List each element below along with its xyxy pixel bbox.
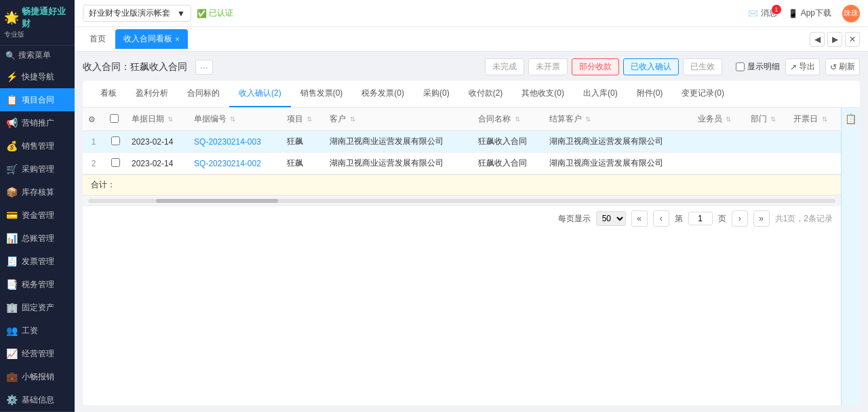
- message-badge: 1: [772, 5, 781, 14]
- tab-close-icon[interactable]: ×: [175, 35, 180, 44]
- sidebar-item-invoice[interactable]: 🧾 发票管理: [0, 250, 75, 273]
- sort-open-date-icon: ⇅: [822, 115, 827, 123]
- export-button[interactable]: ↗ 导出: [785, 58, 820, 75]
- nav-close-btn[interactable]: ✕: [845, 32, 860, 47]
- refresh-icon: ↺: [830, 62, 837, 72]
- show-detail-checkbox[interactable]: [736, 62, 745, 71]
- export-icon: ↗: [790, 62, 797, 72]
- sub-tab-income-confirm[interactable]: 收入确认(2): [229, 81, 291, 107]
- contract-header: 收入合同：狂飙收入合同 ··· 未完成 未开票 部分收款 已收入确认 已生效 显…: [83, 58, 860, 75]
- nav-next-btn[interactable]: ▶: [827, 32, 842, 47]
- col-project[interactable]: 项目 ⇅: [281, 108, 324, 131]
- sidebar-item-report[interactable]: 💼 小畅报销: [0, 365, 75, 388]
- sidebar-item-operation[interactable]: 📈 经营管理: [0, 342, 75, 365]
- sub-tab-warehouse[interactable]: 出入库(0): [574, 81, 627, 107]
- nav-prev-btn[interactable]: ◀: [810, 32, 825, 47]
- sidebar-item-general-ledger[interactable]: 📊 总账管理: [0, 227, 75, 250]
- purchase-icon: 🛒: [5, 163, 18, 175]
- status-uninvoiced[interactable]: 未开票: [528, 58, 568, 75]
- row-docno-1[interactable]: SQ-20230214-003: [189, 131, 281, 153]
- sidebar-search[interactable]: 🔍 搜索菜单: [0, 45, 75, 65]
- sidebar-item-inventory[interactable]: 📦 库存核算: [0, 181, 75, 204]
- sort-docno-icon: ⇅: [230, 115, 235, 123]
- more-button[interactable]: ···: [195, 60, 213, 75]
- row-docno-2[interactable]: SQ-20230214-002: [189, 153, 281, 174]
- col-open-date[interactable]: 开票日 ⇅: [788, 108, 841, 131]
- refresh-button[interactable]: ↺ 刷新: [825, 58, 860, 75]
- col-docno[interactable]: 单据编号 ⇅: [189, 108, 281, 131]
- sort-project-icon: ⇅: [307, 115, 312, 123]
- col-customer[interactable]: 客户 ⇅: [324, 108, 473, 131]
- inventory-icon: 📦: [5, 186, 18, 198]
- per-page-select[interactable]: 50: [596, 211, 626, 226]
- sidebar-item-quick-nav[interactable]: ⚡ 快捷导航: [0, 65, 75, 88]
- sidebar-item-basic-info[interactable]: ⚙️ 基础信息: [0, 388, 75, 411]
- sidebar: 🌟 畅捷通好业财 专业版 🔍 搜索菜单 ⚡ 快捷导航 📋 项目合同 📢 营销推广…: [0, 0, 75, 412]
- sub-tab-tax-invoice[interactable]: 税务发票(0): [352, 81, 414, 107]
- scroll-thumb[interactable]: [156, 199, 278, 203]
- table-row[interactable]: 1 2023-02-14 SQ-20230214-003 狂飙 湖南卫视商业运营…: [83, 131, 841, 153]
- sidebar-item-project-contract[interactable]: 📋 项目合同: [0, 88, 75, 111]
- sub-tab-profit[interactable]: 盈利分析: [126, 81, 178, 107]
- first-page-btn[interactable]: «: [631, 210, 648, 227]
- message-icon: ✉️: [748, 9, 758, 18]
- sidebar-item-purchase[interactable]: 🛒 采购管理: [0, 157, 75, 181]
- select-all-checkbox[interactable]: [110, 114, 119, 123]
- user-action[interactable]: 珠珠: [842, 5, 860, 22]
- main-card: 看板 盈利分析 合同标的 收入确认(2) 销售发票(0) 税务发票(0) 采购(…: [83, 81, 860, 405]
- tabbar: 首页 收入合同看板 × ◀ ▶ ✕: [75, 27, 868, 52]
- row-checkbox-2[interactable]: [104, 153, 126, 174]
- sort-date-icon: ⇅: [167, 115, 173, 123]
- sidebar-item-sales[interactable]: 💰 销售管理: [0, 134, 75, 157]
- page-number-input[interactable]: [688, 212, 713, 225]
- general-ledger-icon: 📊: [5, 232, 18, 244]
- sidebar-item-tax[interactable]: 📑 税务管理: [0, 273, 75, 296]
- status-incomplete[interactable]: 未完成: [485, 58, 524, 75]
- sub-tab-contract-standard[interactable]: 合同标的: [178, 81, 229, 107]
- show-detail-checkbox-label[interactable]: 显示明细: [736, 61, 780, 73]
- sidebar-item-marketing[interactable]: 📢 营销推广: [0, 111, 75, 134]
- sub-tab-payment[interactable]: 收付款(2): [459, 81, 513, 107]
- status-partial-collected[interactable]: 部分收款: [572, 58, 619, 75]
- row-open-date-2: [788, 153, 841, 174]
- col-department[interactable]: 部门 ⇅: [745, 108, 788, 131]
- sub-tab-overview[interactable]: 看板: [91, 81, 126, 107]
- table-row[interactable]: 2 2023-02-14 SQ-20230214-002 狂飙 湖南卫视商业运营…: [83, 153, 841, 174]
- sidebar-item-fixed-assets[interactable]: 🏢 固定资产: [0, 296, 75, 319]
- check-circle-icon: ✅: [197, 9, 207, 18]
- search-icon: 🔍: [5, 51, 16, 60]
- col-settlement-customer[interactable]: 结算客户 ⇅: [544, 108, 692, 131]
- sub-tab-sales-invoice[interactable]: 销售发票(0): [291, 81, 353, 107]
- tab-income-contract[interactable]: 收入合同看板 ×: [115, 29, 188, 49]
- sub-tab-other-income[interactable]: 其他收支(0): [512, 81, 574, 107]
- company-select[interactable]: 好业财专业版演示帐套 ▼: [83, 5, 191, 22]
- income-confirm-table: ⚙ 单据日期 ⇅ 单据编号: [83, 108, 841, 174]
- row-checkbox-1[interactable]: [104, 131, 126, 153]
- sidebar-item-funds[interactable]: 💳 资金管理: [0, 204, 75, 227]
- row-num-2: 2: [83, 153, 104, 174]
- col-date[interactable]: 单据日期 ⇅: [126, 108, 189, 131]
- sub-tab-purchase[interactable]: 采购(0): [414, 81, 459, 107]
- quick-nav-icon: ⚡: [5, 71, 18, 83]
- status-confirmed[interactable]: 已收入确认: [623, 58, 679, 75]
- next-page-btn[interactable]: ›: [732, 210, 748, 227]
- tax-icon: 📑: [5, 278, 18, 291]
- certified-badge: ✅ 已认证: [197, 7, 233, 19]
- col-checkbox: [104, 108, 126, 131]
- funds-icon: 💳: [5, 209, 18, 221]
- col-salesperson[interactable]: 业务员 ⇅: [692, 108, 745, 131]
- row-department-1: [745, 131, 788, 153]
- right-panel-doc-icon[interactable]: 📋: [843, 111, 859, 127]
- sidebar-item-hr[interactable]: 👥 工资: [0, 319, 75, 342]
- sub-tab-attachment[interactable]: 附件(0): [627, 81, 673, 107]
- prev-page-btn[interactable]: ‹: [653, 210, 669, 227]
- scroll-area[interactable]: [83, 195, 841, 206]
- sub-tab-change-log[interactable]: 变更记录(0): [672, 81, 734, 107]
- col-settings[interactable]: ⚙: [83, 108, 104, 131]
- last-page-btn[interactable]: »: [753, 210, 770, 227]
- tab-home[interactable]: 首页: [83, 29, 113, 49]
- col-contract-name[interactable]: 合同名称 ⇅: [473, 108, 544, 131]
- app-download-action[interactable]: 📱 App下载: [788, 7, 831, 19]
- status-effective[interactable]: 已生效: [683, 58, 722, 75]
- message-action[interactable]: ✉️ 消息 1: [748, 7, 777, 19]
